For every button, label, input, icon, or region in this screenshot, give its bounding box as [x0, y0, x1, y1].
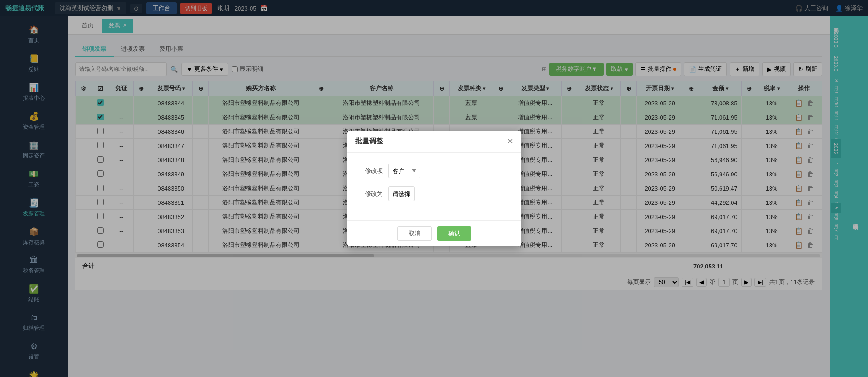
- modify-value-select[interactable]: 请选择: [388, 186, 415, 201]
- modify-value-row: 修改为 请选择: [355, 186, 513, 201]
- batch-adjust-modal: 批量调整 ✕ 修改项 客户 购买方 发票种类 税率 修改为: [347, 131, 521, 246]
- modal-body: 修改项 客户 购买方 发票种类 税率 修改为 请选择: [347, 153, 521, 220]
- modal-header: 批量调整 ✕: [347, 131, 521, 153]
- modal-close-btn[interactable]: ✕: [507, 137, 513, 146]
- modify-field-wrapper: 客户 购买方 发票种类 税率: [388, 164, 513, 178]
- modal-footer: 取消 确认: [347, 220, 521, 246]
- modal-title: 批量调整: [355, 137, 383, 146]
- modify-value-label: 修改为: [355, 190, 383, 198]
- cancel-btn[interactable]: 取消: [397, 226, 432, 241]
- modify-field-label: 修改项: [355, 167, 383, 175]
- modal-overlay[interactable]: 批量调整 ✕ 修改项 客户 购买方 发票种类 税率 修改为: [0, 0, 868, 377]
- modify-value-wrapper: 请选择: [388, 186, 513, 201]
- confirm-btn[interactable]: 确认: [437, 226, 471, 241]
- modify-field-select[interactable]: 客户 购买方 发票种类 税率: [388, 164, 420, 178]
- modify-field-row: 修改项 客户 购买方 发票种类 税率: [355, 164, 513, 178]
